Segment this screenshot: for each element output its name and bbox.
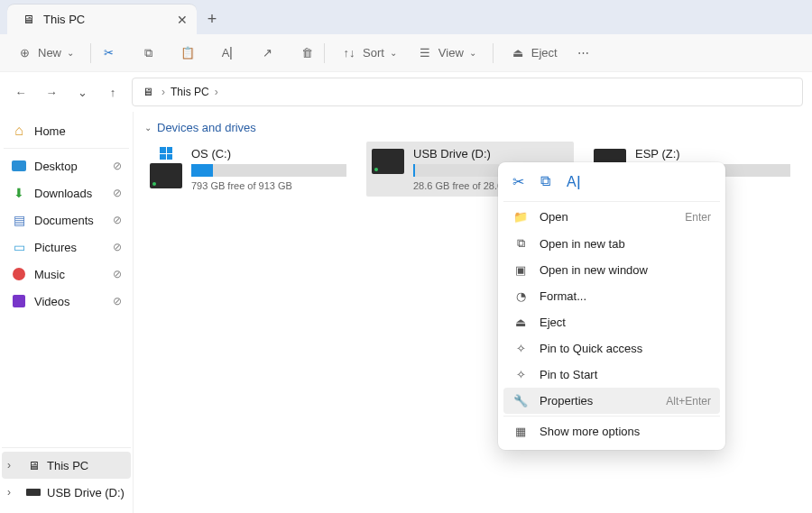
share-icon[interactable]: ↗ (259, 45, 275, 61)
wrench-icon: 🔧 (512, 394, 529, 408)
download-icon (11, 185, 27, 201)
sidebar-item-desktop[interactable]: Desktop ⊘ (4, 152, 129, 179)
ctx-open-new-window[interactable]: ▣ Open in new window (503, 257, 720, 283)
main: Home Desktop ⊘ Downloads ⊘ Documents ⊘ P… (0, 112, 812, 513)
sidebar-item-videos[interactable]: Videos ⊘ (4, 288, 129, 315)
ctx-format[interactable]: ◔ Format... (503, 283, 720, 309)
pin-icon[interactable]: ⊘ (113, 295, 122, 307)
ellipsis-icon: ⋯ (577, 46, 589, 60)
ctx-show-more[interactable]: ▦ Show more options (503, 418, 720, 444)
format-icon: ◔ (512, 289, 529, 303)
sidebar-tree: › This PC › USB Drive (D:) (0, 440, 133, 513)
sidebar-item-documents[interactable]: Documents ⊘ (4, 206, 129, 234)
context-menu: ✂ ⧉ Aǀ 📁 Open Enter ⧉ Open in new tab ▣ … (498, 162, 725, 450)
sidebar: Home Desktop ⊘ Downloads ⊘ Documents ⊘ P… (0, 112, 134, 513)
sidebar-item-downloads[interactable]: Downloads ⊘ (4, 179, 129, 206)
tree-item-usb[interactable]: › USB Drive (D:) (2, 479, 131, 506)
ctx-pin-quick-access[interactable]: ✧ Pin to Quick access (503, 335, 720, 362)
context-quick-actions: ✂ ⧉ Aǀ (503, 168, 720, 199)
new-tab-button[interactable]: + (197, 4, 227, 34)
cut-icon[interactable]: ✂ (512, 173, 524, 190)
ctx-eject[interactable]: ⏏ Eject (503, 309, 720, 335)
eject-icon: ⏏ (512, 316, 529, 329)
separator (90, 43, 91, 63)
pin-icon[interactable]: ⊘ (113, 187, 122, 199)
paste-icon[interactable]: 📋 (180, 45, 196, 61)
pin-icon: ✧ (512, 342, 529, 355)
plus-circle-icon: ⊕ (16, 45, 32, 61)
chevron-right-icon: › (215, 86, 218, 98)
ctx-open[interactable]: 📁 Open Enter (503, 204, 720, 230)
sidebar-home[interactable]: Home (4, 117, 129, 144)
picture-icon (11, 239, 27, 255)
chevron-down-icon: ⌄ (390, 48, 397, 58)
ctx-properties[interactable]: 🔧 Properties Alt+Enter (503, 388, 720, 414)
drive-icon (150, 163, 182, 188)
pin-icon[interactable]: ⊘ (113, 214, 122, 226)
tab-title: This PC (43, 13, 85, 26)
tree-item-this-pc[interactable]: › This PC (2, 452, 131, 479)
ctx-open-new-tab[interactable]: ⧉ Open in new tab (503, 230, 720, 257)
address-bar[interactable]: 🖥 › This PC › (132, 78, 803, 106)
up-button[interactable]: ↑ (101, 80, 125, 104)
monitor-icon: 🖥 (140, 84, 156, 100)
separator (324, 43, 325, 63)
more-button[interactable]: ⋯ (570, 42, 596, 63)
new-tab-icon: ⧉ (512, 236, 529, 251)
rename-icon[interactable]: Aǀ (567, 173, 581, 190)
video-icon (13, 295, 25, 307)
home-icon (11, 123, 27, 139)
pin-icon: ✧ (512, 368, 529, 381)
document-icon (11, 212, 27, 228)
pin-icon[interactable]: ⊘ (113, 160, 122, 172)
folder-icon: 📁 (512, 210, 529, 224)
view-button[interactable]: ☰ View ⌄ (410, 41, 484, 65)
sort-button[interactable]: ↑↓ Sort ⌄ (334, 41, 404, 65)
more-icon: ▦ (512, 425, 529, 438)
new-button[interactable]: ⊕ New ⌄ (9, 41, 81, 65)
pin-icon[interactable]: ⊘ (113, 268, 122, 280)
usb-icon (26, 489, 41, 496)
copy-icon[interactable]: ⧉ (140, 45, 156, 61)
monitor-icon: 🖥 (20, 12, 36, 28)
copy-icon[interactable]: ⧉ (540, 173, 550, 190)
back-button[interactable]: ← (9, 80, 32, 104)
group-header-devices[interactable]: ⌄ Devices and drives (144, 121, 801, 134)
separator (4, 148, 129, 149)
pc-icon (25, 457, 42, 473)
view-icon: ☰ (417, 45, 433, 61)
ctx-pin-start[interactable]: ✧ Pin to Start (503, 362, 720, 388)
cut-icon[interactable]: ✂ (100, 45, 116, 61)
chevron-right-icon[interactable]: › (7, 459, 20, 472)
sidebar-item-pictures[interactable]: Pictures ⊘ (4, 234, 129, 261)
drive-os-c[interactable]: OS (C:) 793 GB free of 913 GB (144, 142, 352, 197)
delete-icon[interactable]: 🗑 (299, 45, 315, 61)
chevron-down-icon: ⌄ (67, 48, 74, 58)
chevron-down-icon: ⌄ (144, 123, 152, 133)
chevron-right-icon: › (161, 86, 165, 98)
tab-this-pc[interactable]: 🖥 This PC ✕ (7, 4, 197, 34)
recent-dropdown[interactable]: ⌄ (70, 80, 94, 104)
separator (503, 416, 720, 417)
chevron-down-icon: ⌄ (469, 48, 476, 58)
capacity-bar (191, 164, 346, 177)
forward-button[interactable]: → (40, 80, 63, 104)
chevron-right-icon[interactable]: › (7, 486, 20, 499)
nav-bar: ← → ⌄ ↑ 🖥 › This PC › (0, 72, 812, 112)
desktop-icon (12, 160, 26, 171)
close-tab-icon[interactable]: ✕ (177, 13, 188, 27)
rename-icon[interactable]: Aǀ (219, 45, 235, 61)
eject-icon: ⏏ (510, 45, 526, 61)
sidebar-item-music[interactable]: Music ⊘ (4, 261, 129, 288)
drive-icon (372, 149, 404, 174)
new-window-icon: ▣ (512, 263, 529, 277)
breadcrumb-current[interactable]: This PC (171, 86, 209, 98)
separator (493, 43, 494, 63)
pin-icon[interactable]: ⊘ (113, 241, 122, 253)
windows-icon (160, 147, 172, 160)
toolbar: ⊕ New ⌄ ✂ ⧉ 📋 Aǀ ↗ 🗑 ↑↓ Sort ⌄ ☰ View ⌄ … (0, 34, 812, 72)
separator (2, 447, 131, 448)
eject-button[interactable]: ⏏ Eject (503, 41, 565, 65)
music-icon (13, 268, 25, 280)
sort-icon: ↑↓ (341, 45, 357, 61)
